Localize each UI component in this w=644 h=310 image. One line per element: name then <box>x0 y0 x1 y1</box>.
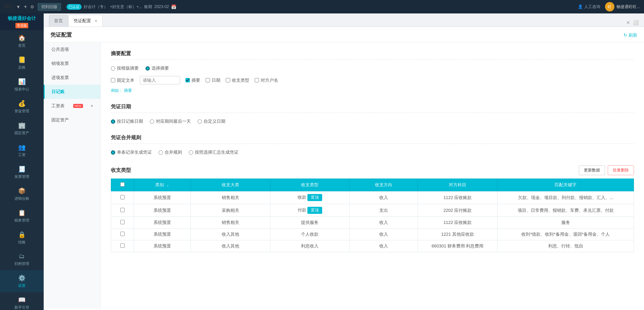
radio-custom-date[interactable]: 自定义日期 <box>198 118 225 124</box>
help-button[interactable]: 👤 人工咨询 <box>578 4 600 10</box>
table-row: 系统预置 销售相关 收款 置顶 收入 1122 应收账款 欠款、现金、项目款、到… <box>111 191 634 204</box>
new-badge: NEW <box>73 104 83 108</box>
sidebar-ledger-label: 总账 <box>18 65 26 70</box>
table-btn-group: 更新数据 批量删除 <box>579 165 634 175</box>
counterparty-checkbox[interactable] <box>255 78 259 82</box>
row-checkbox-cell[interactable] <box>111 240 134 252</box>
left-nav-purchase-invoice[interactable]: 进项发票 <box>44 71 100 85</box>
refresh-button[interactable]: ↻ 刷新 <box>624 32 637 38</box>
checkbox-fixed-text[interactable]: 固定文本 <box>111 77 134 83</box>
income-type-checkbox[interactable] <box>226 78 230 82</box>
left-nav-journal[interactable]: 日记账 <box>44 85 100 99</box>
row-account-0: 1122 应收账款 <box>418 191 498 204</box>
row-type-3: 个人收款 <box>270 229 350 240</box>
radio-template-summary[interactable]: 按模版摘要 <box>111 65 139 71</box>
tag-btn-0[interactable]: 置顶 <box>307 194 322 201</box>
sidebar-item-close[interactable]: 🔒 结账 <box>0 227 44 249</box>
left-nav-payroll[interactable]: 工资表 NEW ▼ <box>44 99 100 113</box>
row-checkbox-cell[interactable] <box>111 191 134 204</box>
checkbox-date[interactable]: 日期 <box>206 77 220 83</box>
sidebar-home-label: 首页 <box>18 43 26 48</box>
sidebar-item-settings[interactable]: ⚙️ 设置 <box>0 270 44 292</box>
tab-voucher-config[interactable]: 凭证配置 ✕ <box>69 15 102 27</box>
row-checkbox-3[interactable] <box>120 232 125 236</box>
batch-delete-button[interactable]: 批量删除 <box>608 165 634 175</box>
th-category-label: 类别 <box>155 182 164 187</box>
gear-icon[interactable]: ⚙ <box>30 4 34 9</box>
radio-period-end[interactable]: 对应期间最后一天 <box>150 118 191 124</box>
radio-summary[interactable]: 按照选择汇总生成凭证 <box>189 149 239 155</box>
fixed-text-checkbox[interactable] <box>111 78 115 82</box>
row-checkbox-cell[interactable] <box>111 217 134 229</box>
radio-journal-date-label: 按日记账日期 <box>117 118 143 124</box>
radio-custom-date-label: 自定义日期 <box>204 118 225 124</box>
summary-checkbox[interactable] <box>185 78 190 82</box>
add-icon[interactable]: + <box>24 4 27 10</box>
radio-journal-date[interactable]: 按日记账日期 <box>111 118 143 124</box>
sidebar-item-salary[interactable]: 👥 工资 <box>0 140 44 161</box>
date-checkbox[interactable] <box>206 78 210 82</box>
salary-icon: 👥 <box>18 144 26 151</box>
tab-close-icon[interactable]: ✕ <box>94 19 97 23</box>
sidebar-item-archive[interactable]: 🗂 归档管理 <box>0 249 44 270</box>
calendar-icon[interactable]: 📅 <box>171 4 176 9</box>
tab-actions: ✕ ⬜ <box>626 20 639 27</box>
row-checkbox-0[interactable] <box>120 195 125 199</box>
radio-single-input[interactable] <box>111 150 115 155</box>
left-nav-fixed-assets[interactable]: 固定资产 <box>44 113 100 127</box>
row-checkbox-2[interactable] <box>120 220 125 224</box>
checkbox-income-type[interactable]: 收支类型 <box>226 77 249 83</box>
radio-period-end-input[interactable] <box>150 119 154 124</box>
dropdown-arrow[interactable]: ▼ <box>16 4 20 9</box>
fixed-text-input[interactable] <box>140 76 180 84</box>
radio-custom-date-input[interactable] <box>198 119 202 124</box>
row-checkbox-cell[interactable] <box>111 229 134 240</box>
sidebar-item-purchase[interactable]: 📦 进销台账 <box>0 183 44 205</box>
tag-btn-1[interactable]: 置顶 <box>307 207 322 214</box>
date-checkbox-label: 日期 <box>212 77 220 83</box>
select-all-checkbox[interactable] <box>120 182 125 187</box>
radio-merge-input[interactable] <box>159 150 163 155</box>
checkbox-summary[interactable]: 摘要 <box>185 77 200 83</box>
row-checkbox-4[interactable] <box>120 243 125 248</box>
right-config: 摘要配置 按模版摘要 选择摘要 <box>101 42 644 309</box>
table-body: 系统预置 销售相关 收款 置顶 收入 1122 应收账款 欠款、现金、项目款、到… <box>111 191 634 252</box>
sidebar-item-assets[interactable]: 🏢 固定资产 <box>0 118 44 140</box>
radio-select-summary[interactable]: 选择摘要 <box>145 65 169 71</box>
fixed-text-label: 固定文本 <box>117 77 134 83</box>
avatar: 旺 <box>605 2 614 11</box>
radio-select-input[interactable] <box>145 66 150 71</box>
radio-template-input[interactable] <box>111 66 115 71</box>
update-data-button[interactable]: 更新数据 <box>579 165 605 175</box>
sidebar-item-reports[interactable]: 📊 报表中心 <box>0 74 44 96</box>
tab-voucher-label: 凭证配置 <box>74 18 91 23</box>
tab-action-maximize[interactable]: ⬜ <box>633 20 639 25</box>
sidebar-item-tax[interactable]: 📋 税务管理 <box>0 205 44 227</box>
left-nav-public[interactable]: 公共选项 <box>44 42 100 56</box>
sidebar-item-invoices[interactable]: 🧾 发票管理 <box>0 161 44 183</box>
sidebar-item-guide[interactable]: 📖 新手引导 <box>0 292 44 310</box>
th-account-label: 对方科目 <box>449 182 466 187</box>
reports-icon: 📊 <box>18 78 26 85</box>
radio-single[interactable]: 单条记录生成凭证 <box>111 149 152 155</box>
th-select-all[interactable] <box>111 179 134 191</box>
row-checkbox-cell[interactable] <box>111 204 134 217</box>
income-expense-table: 类别 ⌄ 收支大类 收支类型 <box>111 179 634 252</box>
tab-home[interactable]: 首页 <box>49 15 68 27</box>
left-nav-sales-invoice[interactable]: 销项发票 <box>44 56 100 71</box>
sidebar-item-ledger[interactable]: 📒 总账 <box>0 52 44 74</box>
row-checkbox-1[interactable] <box>120 208 125 212</box>
switch-version-button[interactable]: 切到旧版 <box>38 3 61 11</box>
radio-merge[interactable]: 合并规则 <box>159 149 182 155</box>
merge-rules-title: 凭证合并规则 <box>111 134 634 144</box>
sidebar-item-funds[interactable]: 💰 资金管理 <box>0 96 44 118</box>
radio-summary-input[interactable] <box>189 150 193 155</box>
radio-journal-date-input[interactable] <box>111 119 115 124</box>
row-category-0: 系统预置 <box>134 191 190 204</box>
user-menu[interactable]: 旺 畅捷通旺旺... <box>605 2 640 11</box>
sidebar-item-home[interactable]: 🏠 首页 <box>0 30 44 52</box>
tab-action-close[interactable]: ✕ <box>626 20 630 25</box>
config-layout: 公共选项 销项发票 进项发票 日记账 工资表 NEW <box>44 42 644 309</box>
checkbox-counterparty[interactable]: 对方户名 <box>255 77 278 83</box>
radio-template-label: 按模版摘要 <box>117 65 139 71</box>
